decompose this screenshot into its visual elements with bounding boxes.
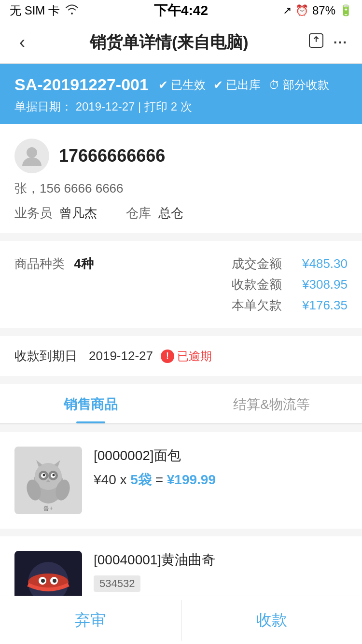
product-card-1: 兽+ [0000002]面包 ¥40 x 5袋 = ¥199.99: [0, 432, 362, 529]
tab-products[interactable]: 销售商品: [0, 384, 181, 423]
svg-point-23: [53, 579, 56, 583]
location-icon: ↗: [283, 4, 292, 17]
date-label: 单据日期：: [14, 100, 72, 113]
warehouse-label: 仓库: [126, 206, 151, 220]
date-value: 2019-12-27: [76, 100, 135, 113]
due-date: 2019-12-27: [89, 349, 153, 364]
more-button[interactable]: ···: [334, 35, 348, 50]
customer-name-phone: 张，156 6666 6666: [14, 180, 348, 197]
svg-point-10: [53, 474, 55, 476]
reject-button[interactable]: 弃审: [0, 600, 181, 641]
svg-point-1: [27, 147, 37, 158]
svg-text:兽+: 兽+: [43, 505, 53, 512]
overdue-label: 已逾期: [177, 349, 212, 364]
amount-label: 成交金额: [232, 255, 282, 272]
overdue-badge: ! 已逾期: [161, 349, 212, 364]
product-price-1: ¥40 x 5袋 = ¥199.99: [94, 471, 348, 489]
overdue-icon: !: [161, 350, 174, 363]
tab-products-label: 销售商品: [64, 397, 118, 412]
check-icon-1: ✔: [158, 78, 168, 92]
page-title: 销货单详情(来自电脑): [90, 31, 249, 54]
product-name-1: [0000002]面包: [94, 447, 348, 465]
amount-value: ¥485.30: [290, 256, 348, 271]
alarm-icon: ⏰: [295, 4, 308, 17]
price-base-1: ¥40: [94, 472, 116, 487]
wifi-icon: [65, 4, 79, 17]
warehouse-info: 仓库 总仓: [126, 205, 183, 222]
stats-right: 成交金额 ¥485.30 收款金额 ¥308.95 本单欠款 ¥176.35: [232, 255, 348, 314]
debt-label: 本单欠款: [232, 297, 282, 314]
bottom-bar: 弃审 收款: [0, 596, 362, 644]
status-time: 下午4:42: [154, 1, 208, 20]
warehouse-value: 总仓: [158, 206, 183, 220]
customer-phone: 17666666666: [59, 146, 165, 166]
carrier-label: 无 SIM 卡: [10, 3, 60, 18]
badge-active-label: 已生效: [171, 77, 206, 93]
svg-point-9: [43, 474, 45, 476]
order-badges: ✔ 已生效 ✔ 已出库 ⏱ 部分收款: [158, 77, 329, 93]
customer-section: 17666666666 张，156 6666 6666 业务员 曾凡杰 仓库 总…: [0, 124, 362, 233]
product-image-1: 兽+: [14, 447, 82, 514]
battery-label: 87%: [312, 4, 335, 17]
amount-row: 成交金额 ¥485.30: [232, 255, 348, 272]
sales-label: 业务员: [14, 206, 52, 220]
due-section: 收款到期日 2019-12-27 ! 已逾期: [0, 336, 362, 376]
print-info: | 打印 2 次: [138, 100, 192, 113]
debt-row: 本单欠款 ¥176.35: [232, 297, 348, 314]
received-row: 收款金额 ¥308.95: [232, 276, 348, 293]
stats-section: 商品种类 4种 成交金额 ¥485.30 收款金额 ¥308.95 本单欠款 ¥…: [0, 241, 362, 328]
tabs-section: 销售商品 结算&物流等: [0, 384, 362, 424]
svg-point-22: [41, 579, 45, 583]
badge-shipped-label: 已出库: [226, 77, 261, 93]
nav-bar: ‹ 销货单详情(来自电脑) ···: [0, 21, 362, 64]
price-total-1: ¥199.99: [167, 472, 216, 487]
type-count: 4种: [74, 256, 93, 271]
status-right: ↗ ⏰ 87% 🔋: [283, 4, 352, 17]
tab-settlement-label: 结算&物流等: [233, 397, 310, 412]
sales-info: 业务员 曾凡杰: [14, 205, 97, 222]
order-date: 单据日期： 2019-12-27 | 打印 2 次: [14, 99, 348, 114]
order-id: SA-20191227-001: [14, 75, 149, 94]
stats-left: 商品种类 4种: [14, 255, 94, 272]
product-name-2: [00040001]黄油曲奇: [94, 551, 348, 569]
received-value: ¥308.95: [290, 277, 348, 292]
tab-settlement[interactable]: 结算&物流等: [181, 384, 362, 423]
order-header: SA-20191227-001 ✔ 已生效 ✔ 已出库 ⏱ 部分收款 单据日期：…: [0, 64, 362, 124]
nav-actions: ···: [308, 33, 348, 52]
status-bar: 无 SIM 卡 下午4:42 ↗ ⏰ 87% 🔋: [0, 0, 362, 21]
badge-active: ✔ 已生效: [158, 77, 206, 93]
share-button[interactable]: [308, 33, 324, 52]
product-tag-2: 534532: [94, 575, 140, 592]
price-eq-1: =: [155, 472, 167, 487]
badge-shipped: ✔ 已出库: [213, 77, 261, 93]
product-info-1: [0000002]面包 ¥40 x 5袋 = ¥199.99: [94, 447, 348, 489]
due-label: 收款到期日: [14, 348, 77, 364]
battery-icon: 🔋: [339, 4, 352, 17]
collect-button[interactable]: 收款: [181, 600, 362, 641]
customer-top: 17666666666: [14, 139, 348, 173]
debt-value: ¥176.35: [290, 298, 348, 313]
received-label: 收款金额: [232, 276, 282, 293]
badge-partial-label: 部分收款: [283, 77, 329, 93]
check-icon-2: ✔: [213, 78, 223, 92]
customer-meta: 业务员 曾凡杰 仓库 总仓: [14, 205, 348, 222]
customer-avatar: [14, 139, 49, 173]
status-left: 无 SIM 卡: [10, 3, 79, 18]
price-x-1: x: [120, 472, 131, 487]
badge-partial: ⏱ 部分收款: [268, 77, 329, 93]
type-label: 商品种类: [14, 256, 65, 271]
clock-icon: ⏱: [268, 78, 280, 92]
back-button[interactable]: ‹: [14, 28, 30, 57]
order-header-top: SA-20191227-001 ✔ 已生效 ✔ 已出库 ⏱ 部分收款: [14, 75, 348, 94]
price-qty-1: 5袋: [130, 472, 152, 487]
sales-person: 曾凡杰: [59, 206, 97, 220]
